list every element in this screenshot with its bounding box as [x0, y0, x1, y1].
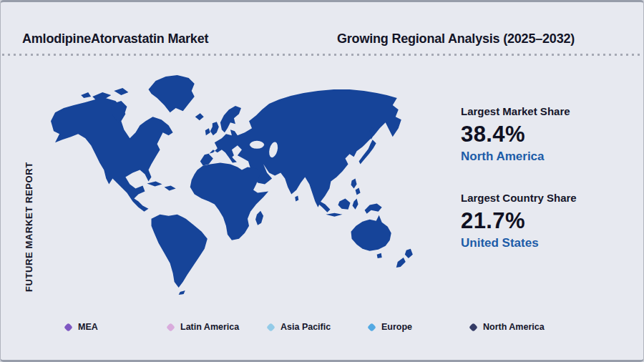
legend-item-north-america: North America: [470, 322, 545, 332]
legend-dot-icon: [469, 323, 478, 332]
legend-item-latin-america: Latin America: [167, 322, 239, 332]
legend-item-label: MEA: [78, 322, 98, 332]
stat-region: North America: [461, 150, 640, 164]
stat-label: Largest Market Share: [461, 105, 640, 118]
legend-dot-icon: [64, 323, 73, 332]
continent-africa: [190, 162, 268, 240]
continent-south-america: [152, 215, 208, 295]
legend-item-label: Europe: [381, 322, 412, 332]
scandinavia: [220, 106, 241, 132]
greenland: [149, 75, 195, 112]
iceland: [195, 113, 204, 120]
black-sea: [250, 141, 264, 149]
region-legend: MEA Latin America Asia Pacific Europe No…: [1, 322, 643, 338]
stat-label: Largest Country Share: [461, 192, 640, 205]
sri-lanka: [295, 196, 298, 202]
market-title: AmlodipineAtorvastatin Market: [22, 31, 208, 47]
caribbean-islands: [147, 181, 175, 190]
market-infographic: AmlodipineAtorvastatin Market Growing Re…: [0, 0, 644, 362]
legend-item-label: Asia Pacific: [280, 322, 331, 332]
australia: [351, 215, 391, 258]
legend-item-mea: MEA: [65, 322, 98, 332]
new-zealand: [396, 249, 413, 268]
stat-value: 21.7%: [461, 208, 640, 234]
dotted-divider: [2, 54, 642, 56]
future-market-report-watermark: FUTURE MARKET REPORT: [24, 169, 34, 292]
new-guinea: [365, 204, 382, 214]
legend-dot-icon: [367, 323, 376, 332]
legend-dot-icon: [166, 323, 175, 332]
world-map: [49, 68, 444, 297]
stat-largest-country-share: Largest Country Share 21.7% United State…: [461, 192, 640, 250]
madagascar: [255, 211, 263, 225]
legend-item-label: Latin America: [180, 322, 239, 332]
legend-item-asia-pacific: Asia Pacific: [268, 322, 331, 332]
legend-dot-icon: [266, 323, 275, 332]
british-isles: [205, 122, 219, 135]
stat-region: United States: [461, 236, 640, 250]
stat-value: 38.4%: [461, 122, 640, 147]
page-title: Growing Regional Analysis (2025–2032): [337, 31, 575, 47]
continent-north-america: [51, 98, 173, 212]
legend-item-europe: Europe: [369, 322, 412, 332]
philippines: [351, 178, 361, 195]
legend-item-label: North America: [483, 322, 545, 332]
indonesia: [318, 199, 358, 217]
stat-largest-market-share: Largest Market Share 38.4% North America: [461, 105, 640, 164]
